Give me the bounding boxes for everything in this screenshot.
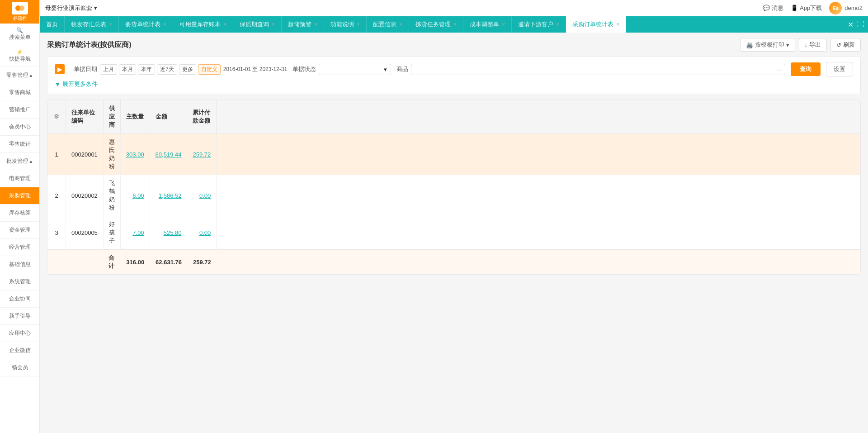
tab-pickup-task[interactable]: 拣货任务管理 × xyxy=(409,16,463,33)
row-unit-code: 00020001 xyxy=(66,134,104,175)
sidebar-item-new-guide[interactable]: 新手引导 xyxy=(0,308,39,325)
footer-empty xyxy=(47,249,66,274)
logo-text: 标题栏 xyxy=(13,15,27,22)
expand-more-filters[interactable]: ▼ 展开更多条件 xyxy=(55,80,853,88)
sidebar-item-wholesale[interactable]: 批发管理 ▲ xyxy=(0,153,39,170)
sidebar-item-retail-shop[interactable]: 零售商城 xyxy=(0,84,39,101)
sidebar-system-label: 系统管理 xyxy=(9,278,31,285)
user-name: demo2 xyxy=(844,5,863,11)
amount-link[interactable]: 60,519.44 xyxy=(156,151,182,158)
tab-invite-downstream[interactable]: 邀请下游客户 × xyxy=(512,16,566,33)
footer-empty2 xyxy=(66,249,104,274)
messages-label: 消息 xyxy=(772,4,783,12)
workspace-selector[interactable]: 母婴行业演示账套 ▾ xyxy=(45,4,97,12)
app-download-button[interactable]: 📱 App下载 xyxy=(791,4,822,12)
tab-close-active-icon[interactable]: × xyxy=(616,21,619,28)
amount-link[interactable]: 525.80 xyxy=(164,229,182,236)
footer-paid-amount: 259.72 xyxy=(187,249,217,274)
settings-button[interactable]: 设置 xyxy=(826,62,853,76)
tab-config-info[interactable]: 配置信息 × xyxy=(367,16,409,33)
query-button[interactable]: 查询 xyxy=(791,62,821,76)
goods-input[interactable]: ··· xyxy=(411,64,785,75)
date-btn-more[interactable]: 更多 xyxy=(179,64,196,75)
tab-function-desc[interactable]: 功能说明 × xyxy=(324,16,367,33)
row-amount: 60,519.44 xyxy=(150,134,187,175)
sidebar-nav-label: 快捷导航 xyxy=(0,55,39,63)
date-btn-last-month[interactable]: 上月 xyxy=(100,64,117,75)
sidebar-item-inventory[interactable]: 库存核算 xyxy=(0,205,39,222)
print-label: 按模板打印 xyxy=(755,41,784,49)
date-custom-badge: 自定义 xyxy=(198,64,221,75)
quantity-link[interactable]: 6.00 xyxy=(132,192,144,199)
sidebar-item-member-center[interactable]: 会员中心 xyxy=(0,119,39,136)
tab-close-icon[interactable]: × xyxy=(357,21,360,28)
sidebar-item-purchase[interactable]: 采购管理 xyxy=(0,187,39,205)
sidebar-item-ecommerce[interactable]: 电商管理 xyxy=(0,170,39,187)
tab-available-stock[interactable]: 可用量库存账本 × xyxy=(173,16,233,33)
paid-link[interactable]: 259.72 xyxy=(193,151,211,158)
tab-close-icon[interactable]: × xyxy=(223,21,226,28)
tab-order-summary-label: 要货单统计表 xyxy=(125,20,160,29)
tab-receive-summary[interactable]: 收发存汇总表 × xyxy=(65,16,119,33)
sidebar-quick-nav[interactable]: ⚡ 快捷导航 xyxy=(0,45,39,67)
user-profile[interactable]: Ea demo2 xyxy=(829,2,863,14)
maximize-icon[interactable]: ⛶ xyxy=(857,20,864,29)
app-logo[interactable]: 标题栏 xyxy=(0,0,40,24)
paid-link[interactable]: 0.00 xyxy=(199,192,211,199)
row-paid-amount: 0.00 xyxy=(187,216,217,250)
sidebar-finance-label: 资金管理 xyxy=(9,226,31,234)
sidebar-search[interactable]: 🔍 搜索菜单 xyxy=(0,24,39,45)
tab-close-icon[interactable]: × xyxy=(556,21,559,28)
tab-purchase-summary[interactable]: 采购订单统计表 × xyxy=(566,16,626,33)
tab-home[interactable]: 首页 xyxy=(40,16,65,33)
sidebar-item-enterprise-wechat[interactable]: 企业微信 xyxy=(0,342,39,359)
sidebar-item-basic-info[interactable]: 基础信息 xyxy=(0,256,39,273)
tab-receive-summary-label: 收发存汇总表 xyxy=(71,20,106,29)
tab-close-icon[interactable]: × xyxy=(163,21,166,28)
table-row[interactable]: 3 00020005 好孩子 7.00 525.80 0.00 xyxy=(47,216,860,250)
sidebar-item-operations[interactable]: 经营管理 xyxy=(0,239,39,256)
sidebar-item-enterprise[interactable]: 企业协同 xyxy=(0,290,39,308)
tab-expiry-query[interactable]: 保质期查询 × xyxy=(233,16,282,33)
sidebar-item-retail-manage[interactable]: 零售管理 ▲ xyxy=(0,67,39,84)
tab-close-icon[interactable]: × xyxy=(272,21,275,28)
export-button[interactable]: ↓ 导出 xyxy=(799,38,827,52)
status-select[interactable]: ▾ xyxy=(319,64,391,75)
tab-order-summary[interactable]: 要货单统计表 × xyxy=(119,16,173,33)
date-btn-this-year[interactable]: 本年 xyxy=(138,64,155,75)
tab-close-icon[interactable]: × xyxy=(502,21,505,28)
tab-close-icon[interactable]: × xyxy=(109,21,112,28)
column-settings-icon[interactable]: ⚙ xyxy=(53,113,60,120)
date-btn-this-month[interactable]: 本月 xyxy=(119,64,136,75)
sidebar-ecommerce-label: 电商管理 xyxy=(9,175,31,182)
quantity-link[interactable]: 303.00 xyxy=(126,151,144,158)
print-button[interactable]: 🖨️ 按模板打印 ▾ xyxy=(740,38,795,52)
sidebar-item-retail-stat[interactable]: 零售统计 xyxy=(0,136,39,153)
amount-link[interactable]: 1,586.52 xyxy=(159,192,182,199)
footer-quantity: 316.00 xyxy=(120,249,150,274)
tab-cost-adjust[interactable]: 成本调整单 × xyxy=(463,16,512,33)
sidebar-item-app-center[interactable]: 应用中心 xyxy=(0,325,39,342)
sidebar-enterprise-label: 企业协同 xyxy=(9,295,31,303)
sidebar-item-member[interactable]: 畅会员 xyxy=(0,359,39,376)
tab-close-icon[interactable]: × xyxy=(399,21,402,28)
sidebar-item-marketing[interactable]: 营销推广 xyxy=(0,101,39,119)
tab-overstock-alert[interactable]: 超储预警 × xyxy=(282,16,324,33)
row-quantity: 7.00 xyxy=(120,216,150,250)
date-btn-7days[interactable]: 近7天 xyxy=(157,64,177,75)
quantity-link[interactable]: 7.00 xyxy=(132,229,144,236)
tab-bar-end: ✕ ⛶ xyxy=(848,20,868,29)
goods-filter-label: 商品 xyxy=(396,65,408,73)
tab-close-icon[interactable]: × xyxy=(314,21,317,28)
sidebar-item-finance[interactable]: 资金管理 xyxy=(0,222,39,239)
goods-input-more-icon[interactable]: ··· xyxy=(776,66,781,73)
filter-toggle-button[interactable]: ▶ xyxy=(55,64,65,74)
messages-button[interactable]: 💬 消息 xyxy=(763,4,783,12)
refresh-button[interactable]: ↺ 刷新 xyxy=(830,38,861,52)
close-tab-icon[interactable]: ✕ xyxy=(848,20,854,29)
sidebar-item-system[interactable]: 系统管理 xyxy=(0,273,39,290)
table-row[interactable]: 2 00020002 飞鹤奶粉 6.00 1,586.52 0.00 xyxy=(47,175,860,216)
paid-link[interactable]: 0.00 xyxy=(199,229,211,236)
table-row[interactable]: 1 00020001 惠氏奶粉 303.00 60,519.44 259.72 xyxy=(47,134,860,175)
tab-close-icon[interactable]: × xyxy=(453,21,457,28)
